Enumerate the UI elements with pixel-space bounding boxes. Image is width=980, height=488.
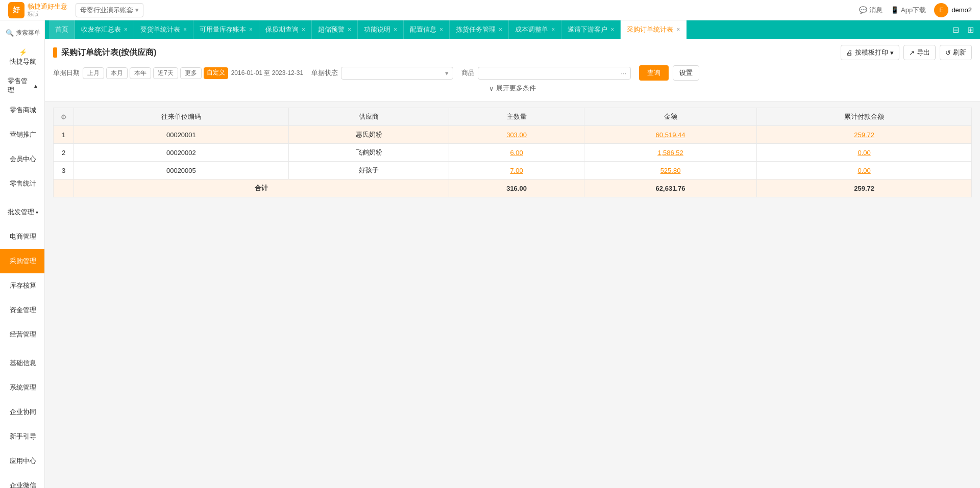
chevron-down-icon3: ▾ [890,49,894,57]
close-icon[interactable]: × [499,26,502,33]
sidebar-item-collab[interactable]: 企业协同 [0,400,44,424]
goods-input[interactable]: ··· [478,67,631,80]
header-actions: 🖨 按模板打印 ▾ ↗ 导出 ↺ 刷新 [841,45,972,60]
cell-supplier: 飞鹤奶粉 [288,144,449,162]
main-layout: 🔍 搜索菜单 ⚡ 快捷导航 零售管理 ▲ 零售商城 营销推广 会员中心 零售统计… [0,20,980,488]
sidebar-item-retail-stat[interactable]: 零售统计 [0,171,44,196]
ellipsis-icon: ··· [621,69,626,77]
settings-button[interactable]: 设置 [673,65,699,81]
sidebar-item-basic[interactable]: 基础信息 [0,351,44,375]
close-icon[interactable]: × [676,26,680,33]
sidebar-item-operations[interactable]: 经营管理 [0,322,44,347]
right-panel: 首页 收发存汇总表 × 要货单统计表 × 可用量库存账本 × 保质期查询 × 超… [45,20,980,488]
cell-amount: 525.80 [584,162,756,179]
close-icon[interactable]: × [394,26,397,33]
table-footer: 合计 316.00 62,631.76 259.72 [54,179,972,197]
search-icon: 🔍 [6,29,14,37]
print-icon: 🖨 [846,49,853,57]
cell-code: 00020002 [74,144,289,162]
sidebar-item-wechat[interactable]: 企业微信 [0,473,44,488]
sidebar-item-retail[interactable]: 零售管理 ▲ [0,73,44,98]
footer-row: 合计 316.00 62,631.76 259.72 [54,179,972,197]
expand-button[interactable]: ∨ 展开更多条件 [489,84,536,93]
close-icon[interactable]: × [439,26,443,33]
th-qty: 主数量 [449,108,584,126]
cell-qty: 6.00 [449,144,584,162]
th-amount: 金额 [584,108,756,126]
expand-icon[interactable]: ⊞ [965,23,976,37]
shortcut-last-month[interactable]: 上月 [83,67,104,79]
minimize-icon[interactable]: ⊟ [950,23,961,37]
download-icon: 📱 [891,6,899,14]
top-bar-right: 💬 消息 📱 App下载 E demo2 [859,3,972,17]
shortcut-this-year[interactable]: 本年 [130,67,151,79]
cell-qty: 7.00 [449,162,584,179]
app-download-btn[interactable]: 📱 App下载 [891,6,926,15]
row-num: 3 [54,162,74,179]
close-icon[interactable]: × [302,26,305,33]
sidebar-item-system[interactable]: 系统管理 [0,375,44,400]
sidebar-item-appcenter[interactable]: 应用中心 [0,449,44,473]
table-header: ⚙ 往来单位编码 供应商 主数量 金额 累计付款金额 [54,108,972,126]
workspace-selector[interactable]: 母婴行业演示账套 ▾ [76,3,143,17]
table-row[interactable]: 2 00020002 飞鹤奶粉 6.00 1,586.52 0.00 [54,144,972,162]
tab-goods-summary[interactable]: 要货单统计表 × [134,20,193,39]
logo-area: 好 畅捷通好生意 标版 [8,2,67,18]
footer-paid: 259.72 [757,179,972,197]
status-select[interactable]: ▾ [341,67,453,80]
query-button[interactable]: 查询 [639,65,669,81]
tab-config-info[interactable]: 配置信息 × [404,20,450,39]
settings-col-icon[interactable]: ⚙ [61,113,67,121]
sidebar-item-marketing[interactable]: 营销推广 [0,122,44,147]
table-body: 1 00020001 惠氏奶粉 303.00 60,519.44 259.72 … [54,126,972,179]
tab-overstock[interactable]: 超储预警 × [312,20,358,39]
sidebar-item-search[interactable]: 🔍 搜索菜单 [0,20,44,45]
user-area[interactable]: E demo2 [934,3,972,17]
tab-function-desc[interactable]: 功能说明 × [358,20,404,39]
tab-expiry-query[interactable]: 保质期查询 × [259,20,312,39]
chevron-down-icon4: ▾ [445,69,449,77]
sidebar-item-member[interactable]: 会员中心 [0,147,44,171]
refresh-button[interactable]: ↺ 刷新 [940,45,972,60]
page-header: 采购订单统计表(按供应商) 🖨 按模板打印 ▾ ↗ 导出 [45,39,980,101]
tab-pick-task[interactable]: 拣货任务管理 × [450,20,509,39]
close-icon[interactable]: × [124,26,128,33]
close-icon[interactable]: × [249,26,253,33]
print-button[interactable]: 🖨 按模板打印 ▾ [841,45,899,60]
tab-cost-adjust[interactable]: 成本调整单 × [509,20,561,39]
shortcut-7days[interactable]: 近7天 [153,67,178,79]
table-row[interactable]: 3 00020005 好孩子 7.00 525.80 0.00 [54,162,972,179]
sidebar-item-purchase[interactable]: 采购管理 [0,249,44,273]
sidebar-item-retail-shop[interactable]: 零售商城 [0,98,44,122]
sidebar-item-newbie[interactable]: 新手引导 [0,424,44,449]
cell-supplier: 好孩子 [288,162,449,179]
sidebar-item-wholesale[interactable]: 批发管理 ▾ [0,200,44,224]
export-button[interactable]: ↗ 导出 [903,45,936,60]
tab-purchase-summary[interactable]: 采购订单统计表 × [621,20,687,39]
sidebar-item-inventory[interactable]: 库存核算 [0,273,44,298]
tab-available-inventory[interactable]: 可用量库存账本 × [193,20,259,39]
tab-receive-summary[interactable]: 收发存汇总表 × [75,20,134,39]
custom-date-badge: 自定义 [204,67,228,79]
close-icon[interactable]: × [610,26,614,33]
footer-label: 合计 [74,179,449,197]
sidebar-item-shortcut[interactable]: ⚡ 快捷导航 [0,45,44,69]
close-icon[interactable]: × [183,26,187,33]
close-icon[interactable]: × [551,26,555,33]
table-row[interactable]: 1 00020001 惠氏奶粉 303.00 60,519.44 259.72 [54,126,972,144]
tab-home[interactable]: 首页 [49,20,75,39]
close-icon[interactable]: × [348,26,351,33]
cell-paid: 0.00 [757,144,972,162]
shortcut-this-month[interactable]: 本月 [106,67,128,79]
footer-amount: 62,631.76 [584,179,756,197]
sidebar-item-ecommerce[interactable]: 电商管理 [0,224,44,249]
filter-row: 单据日期 上月 本月 本年 近7天 更多 自定义 2016-01-01 至 20… [53,65,972,81]
goods-filter: 商品 ··· [461,67,631,80]
sidebar-item-finance[interactable]: 资金管理 [0,298,44,322]
cell-code: 00020001 [74,126,289,144]
page-title: 采购订单统计表(按供应商) [61,47,157,58]
title-area: 采购订单统计表(按供应商) [53,47,157,58]
tab-invite[interactable]: 邀请下游客户 × [561,20,621,39]
shortcut-more[interactable]: 更多 [180,67,202,79]
message-btn[interactable]: 💬 消息 [859,6,883,15]
